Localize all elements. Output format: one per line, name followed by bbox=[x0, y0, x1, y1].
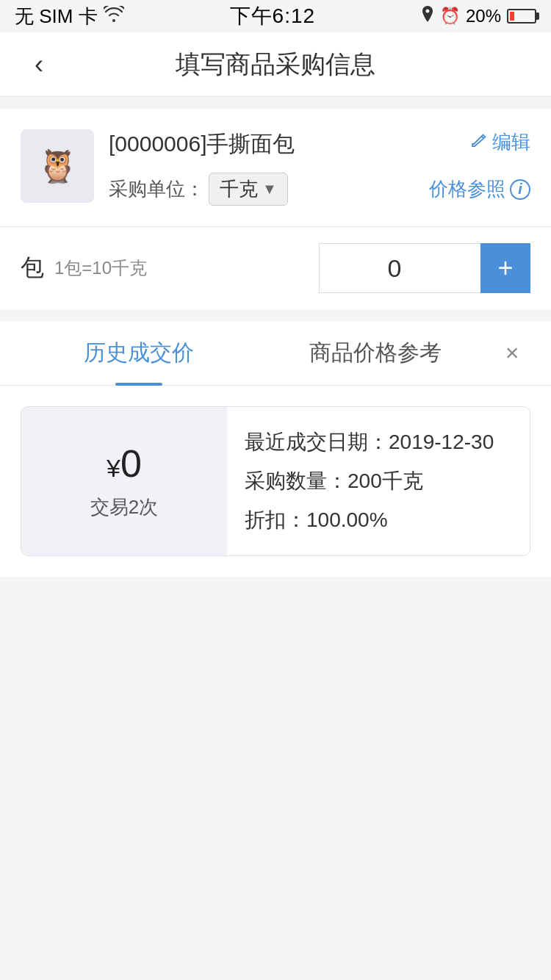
quantity-plus-button[interactable]: + bbox=[480, 243, 530, 293]
tabs-panel: 历史成交价 商品价格参考 × ¥0 交易2次 最近成交日期：2019-12-30… bbox=[0, 321, 551, 577]
unit-value: 千克 bbox=[220, 176, 258, 202]
product-title-row: [0000006]手撕面包 编辑 bbox=[109, 129, 530, 159]
bottom-space bbox=[0, 577, 551, 980]
close-icon: × bbox=[505, 339, 519, 367]
price-value: ¥0 bbox=[107, 442, 142, 486]
edit-label: 编辑 bbox=[492, 129, 530, 155]
status-left: 无 SIM 卡 bbox=[15, 4, 124, 29]
tab-close-button[interactable]: × bbox=[494, 335, 530, 372]
quantity-conversion-label: 1包=10千克 bbox=[54, 256, 147, 280]
status-bar: 无 SIM 卡 下午6:12 ⏰ 20% bbox=[0, 0, 551, 32]
back-button[interactable]: ‹ bbox=[21, 46, 57, 83]
location-icon bbox=[421, 6, 434, 26]
currency-symbol: ¥ bbox=[107, 454, 120, 482]
product-card: 🦉 [0000006]手撕面包 编辑 采购单位： 千克 ▼ bbox=[0, 109, 551, 226]
edit-icon bbox=[472, 132, 488, 153]
dropdown-arrow-icon: ▼ bbox=[262, 181, 277, 198]
back-arrow-icon: ‹ bbox=[35, 51, 43, 78]
quantity-unit-label: 包 bbox=[21, 252, 44, 284]
quantity-row: 包 1包=10千克 + bbox=[0, 226, 551, 309]
page-title: 填写商品采购信息 bbox=[176, 48, 375, 82]
quantity-label-group: 包 1包=10千克 bbox=[21, 252, 147, 284]
status-time: 下午6:12 bbox=[230, 2, 316, 30]
tab-product-price-ref[interactable]: 商品价格参考 bbox=[257, 321, 494, 386]
recent-date: 最近成交日期：2019-12-30 bbox=[245, 428, 512, 456]
nav-bar: ‹ 填写商品采购信息 bbox=[0, 32, 551, 97]
product-name: [0000006]手撕面包 bbox=[109, 129, 295, 159]
edit-button[interactable]: 编辑 bbox=[472, 129, 530, 155]
price-number: 0 bbox=[120, 442, 142, 485]
price-ref-label: 价格参照 bbox=[429, 176, 505, 202]
product-unit-row: 采购单位： 千克 ▼ 价格参照 i bbox=[109, 173, 530, 206]
tabs-header: 历史成交价 商品价格参考 × bbox=[0, 321, 551, 386]
unit-label: 采购单位： bbox=[109, 176, 204, 202]
battery-icon bbox=[507, 9, 536, 24]
quantity-input[interactable] bbox=[319, 243, 480, 293]
quantity-input-group: + bbox=[319, 243, 530, 293]
alarm-icon: ⏰ bbox=[440, 7, 460, 26]
tab-history-price[interactable]: 历史成交价 bbox=[21, 321, 257, 386]
product-image-icon: 🦉 bbox=[37, 147, 78, 185]
unit-dropdown[interactable]: 千克 ▼ bbox=[209, 173, 288, 206]
purchase-qty: 采购数量：200千克 bbox=[245, 466, 512, 495]
tab-content: ¥0 交易2次 最近成交日期：2019-12-30 采购数量：200千克 折扣：… bbox=[0, 386, 551, 577]
product-thumbnail: 🦉 bbox=[21, 129, 94, 203]
price-meta: 最近成交日期：2019-12-30 采购数量：200千克 折扣：100.00% bbox=[227, 407, 530, 555]
price-reference-button[interactable]: 价格参照 i bbox=[429, 176, 530, 202]
plus-icon: + bbox=[497, 253, 513, 284]
tab-history-label: 历史成交价 bbox=[84, 338, 194, 368]
discount: 折扣：100.00% bbox=[245, 505, 512, 534]
trade-count: 交易2次 bbox=[90, 494, 158, 520]
price-ref-info-icon: i bbox=[510, 179, 530, 200]
price-summary: ¥0 交易2次 bbox=[21, 407, 227, 555]
wifi-icon bbox=[104, 6, 124, 26]
tab-active-indicator bbox=[115, 383, 162, 386]
product-details: [0000006]手撕面包 编辑 采购单位： 千克 ▼ bbox=[109, 129, 530, 206]
battery-percent: 20% bbox=[466, 6, 501, 26]
status-right: ⏰ 20% bbox=[421, 6, 536, 26]
sim-label: 无 SIM 卡 bbox=[15, 4, 98, 29]
history-price-card: ¥0 交易2次 最近成交日期：2019-12-30 采购数量：200千克 折扣：… bbox=[21, 406, 530, 556]
tab-product-price-label: 商品价格参考 bbox=[309, 338, 442, 368]
unit-selector: 采购单位： 千克 ▼ bbox=[109, 173, 288, 206]
